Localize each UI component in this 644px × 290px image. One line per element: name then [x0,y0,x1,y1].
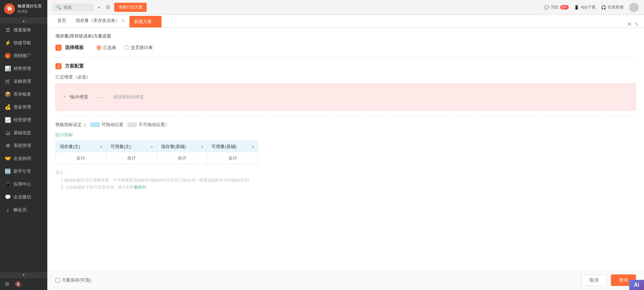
main-area: 🔍 ▾ ⚙ 体验行业方案 💬 消息 99+ 📱 App下载 🎧 在线客服 [47,0,644,290]
tab-inventory-close-icon[interactable]: ✕ [122,19,125,23]
sidebar-item-search[interactable]: ☰ 搜索菜单 [0,24,47,37]
search-input[interactable] [64,5,91,10]
radio-cross-label: 交叉统计表 [131,45,153,51]
sidebar-item-finance[interactable]: 💰 资金管理 [0,101,47,114]
draggable-color-box [90,122,100,127]
expand-panel-icon[interactable]: ⤡ [634,21,639,27]
sidebar-item-management[interactable]: 📈 经营管理 [0,114,47,126]
vertical-dim-area[interactable]: * *纵向维度 —— 请选择分组维度 [55,83,636,111]
headset-icon: 🎧 [601,5,606,10]
section-config: 2 方案配置 汇总维度（必选） * *纵向维度 —— 请选择分组维度 模板指标设… [55,63,636,190]
stats-table-body: 合计 合计 合计 合计 [56,152,258,164]
stats-body-col-2: 合计 [106,152,157,164]
sidebar-item-newbie[interactable]: 🆕 新手引导 [0,165,47,178]
stats-body-col-1: 合计 [56,152,106,164]
save-scheme-label: 方案保存(可选) [62,277,91,283]
footer: 方案保存(可选) 取消 查询 [47,270,644,290]
wechat-icon: 💬 [5,194,11,200]
radio-cross[interactable]: 交叉统计表 [124,45,153,51]
stats-col-4-chevron[interactable]: ▾ [252,145,254,149]
stats-col-3-chevron[interactable]: ▾ [201,145,203,149]
stats-col-3[interactable]: 现存量(基辅) ▾ [157,141,208,152]
indicator-settings-label: 模板指标设定（ [55,122,86,128]
customer-service-button[interactable]: 🎧 在线客服 [601,4,624,10]
tips-item-1: 1.拖动标题栏可以调整布局，不可跨维度或指标区域拖动栏目字段(只能在同一维度或指… [61,177,636,183]
sidebar-item-purchase[interactable]: 🛒 采购管理 [0,75,47,88]
tab-inventory-status[interactable]: 现存量（库存状况表） ✕ [71,15,129,27]
cancel-button[interactable]: 取消 [581,274,607,286]
topbar: 🔍 ▾ ⚙ 体验行业方案 💬 消息 99+ 📱 App下载 🎧 在线客服 [47,0,644,15]
sidebar-scroll-down[interactable]: ▼ [0,272,47,278]
sidebar-item-appstore[interactable]: 📱 应用中心 [0,178,47,191]
messages-button[interactable]: 💬 消息 99+ [544,4,569,10]
stats-col-2-chevron[interactable]: ▾ [151,145,153,149]
sidebar-item-marketing[interactable]: 🎁 营销推广 [0,49,47,62]
tips-title: 提示： [55,170,636,175]
app-name: 畅康通好生意 [18,4,42,9]
panel-controls: ✕ ⤡ [627,21,639,27]
save-scheme-checkbox[interactable]: 方案保存(可选) [55,277,91,283]
tab-inventory-status-label: 现存量（库存状况表） [76,18,120,24]
stats-col-1-label: 现存量(主) [60,144,80,150]
footer-buttons: 取消 查询 [581,274,636,286]
section-divider-1 [55,57,636,58]
vertical-dim-label: *纵向维度 [69,94,88,100]
sidebar-item-label: 快捷导航 [14,40,31,46]
vertical-dim-placeholder: 请选择分组维度 [113,94,144,100]
search-icon: 🔍 [56,5,61,10]
section2-title: 方案配置 [65,63,84,69]
topbar-search[interactable]: 🔍 [53,3,94,11]
not-draggable-color-box [127,122,137,127]
sidebar-item-system[interactable]: ⚙ 系统管理 [0,139,47,152]
indicator-settings: 模板指标设定（ 可拖动位置 不可拖动位置） [55,122,636,128]
delete-col-link: 删除列 [134,185,146,190]
sidebar-item-label: 经营管理 [14,117,31,123]
app-download-button[interactable]: 📱 App下载 [574,4,596,10]
sidebar-item-quicknav[interactable]: ⚡ 快捷导航 [0,37,47,49]
settings-icon[interactable]: ⚙ [5,281,9,287]
radio-summary-label: 汇总表 [103,45,116,51]
sidebar: 畅 畅康通好生意 标准版 ▲ ☰ 搜索菜单 ⚡ 快捷导航 🎁 营销推广 📊 销售… [0,0,47,290]
tips-item-2: 2. 点击标题栏下拉可设置排序、插入列和删除列 [61,185,636,190]
basic-info-icon: 🗂 [5,130,11,136]
sidebar-item-collab[interactable]: 🤝 企业协同 [0,152,47,165]
stats-body-col-4: 合计 [207,152,258,164]
summary-dim-label: 汇总维度（必选） [55,74,636,80]
not-draggable-label: 不可拖动位置） [139,122,169,128]
required-star: * [64,95,66,100]
search-dropdown-icon[interactable]: ▾ [98,5,100,10]
save-scheme-input[interactable] [55,278,60,283]
sidebar-item-label: 搜索菜单 [14,27,31,33]
tab-home[interactable]: 首页 [53,15,71,27]
sidebar-item-inventory[interactable]: 📦 库存核算 [0,88,47,101]
sidebar-item-sales[interactable]: 📊 销售管理 [0,62,47,75]
gear-icon[interactable]: ⚙ [105,4,110,10]
tab-new-close-icon[interactable]: ✕ [154,20,157,24]
radio-summary[interactable]: 汇总表 [97,45,116,51]
sidebar-item-label: 畅会员 [14,207,27,213]
template-radio-group: 汇总表 交叉统计表 [97,45,153,51]
tab-new-scheme-label: 新建方案 [134,19,152,25]
vertical-dim-dash: —— [96,95,105,100]
mute-icon[interactable]: 🔇 [15,281,22,287]
phone-icon: 📱 [574,5,579,10]
tab-bar: 首页 现存量（库存状况表） ✕ 新建方案 ✕ ✕ ⤡ [47,15,644,28]
radio-summary-circle [97,45,101,50]
close-panel-icon[interactable]: ✕ [627,21,631,27]
sidebar-item-member[interactable]: ♪ 畅会员 [0,203,47,216]
sidebar-item-basic-info[interactable]: 🗂 基础信息 [0,126,47,139]
sidebar-item-wechat[interactable]: 💬 企业微信 [0,191,47,203]
section1-num: 1 [55,45,61,51]
stats-col-2[interactable]: 可用量(主) ▾ [106,141,157,152]
ai-float-button[interactable]: Ai [629,280,644,290]
trial-button[interactable]: 体验行业方案 [114,3,147,12]
stats-col-4[interactable]: 可用量(基辅) ▾ [207,141,258,152]
app-download-label: App下载 [580,4,596,10]
stats-col-1[interactable]: 现存量(主) ▾ [56,141,106,152]
user-avatar[interactable] [629,3,639,12]
sidebar-scroll-up[interactable]: ▲ [0,18,47,24]
tab-new-scheme[interactable]: 新建方案 ✕ [129,16,162,27]
section2-num: 2 [55,63,61,69]
stats-col-1-chevron[interactable]: ▾ [100,145,102,149]
sidebar-item-label: 资金管理 [14,104,31,110]
